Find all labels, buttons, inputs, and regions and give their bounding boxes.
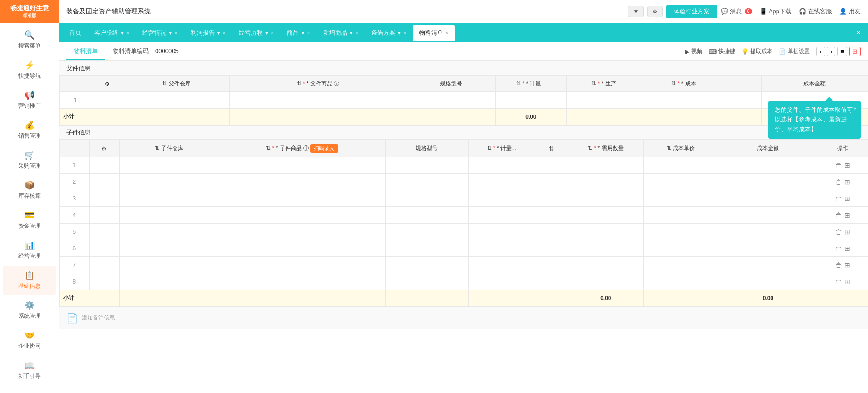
child-row-warehouse[interactable] [119, 257, 219, 273]
expand-btn[interactable]: ⊞ [849, 47, 861, 56]
child-row-product[interactable] [219, 157, 385, 174]
child-row-warehouse[interactable] [119, 190, 219, 207]
child-row-warehouse[interactable] [119, 157, 219, 174]
sidebar-item-basic[interactable]: 📋 基础信息 [3, 266, 56, 295]
copy-icon[interactable]: ⊞ [844, 228, 850, 236]
trial-btn[interactable]: 体验行业方案 [666, 5, 717, 18]
delete-icon[interactable]: 🗑 [835, 228, 842, 236]
close-all-tabs-btn[interactable]: × [853, 27, 864, 39]
copy-icon[interactable]: ⊞ [844, 261, 850, 269]
add-note-label[interactable]: 添加备注信息 [82, 314, 115, 322]
delete-icon[interactable]: 🗑 [835, 178, 842, 186]
child-col-settings-header[interactable]: ⚙ [89, 140, 119, 157]
sidebar-item-finance[interactable]: 💳 资金管理 [3, 206, 56, 235]
table-settings-icon[interactable]: ⚙ [102, 145, 107, 152]
child-row-qty[interactable] [568, 174, 643, 190]
sidebar-item-operation[interactable]: 📊 经营管理 [3, 236, 56, 265]
copy-icon[interactable]: ⊞ [844, 245, 850, 252]
messages-btn[interactable]: 💬 消息 6 [721, 7, 752, 16]
tab-operations[interactable]: 经营情况 ▼ × [136, 25, 184, 41]
tab-profit[interactable]: 利润报告 ▼ × [184, 25, 232, 41]
close-icon[interactable]: × [404, 30, 406, 36]
single-settings-btn[interactable]: 📄 单据设置 [779, 48, 810, 55]
child-row-product[interactable] [219, 257, 385, 273]
child-row-qty[interactable] [568, 190, 643, 207]
child-row-product[interactable] [219, 273, 385, 290]
delete-icon[interactable]: 🗑 [835, 195, 842, 202]
close-icon[interactable]: × [127, 30, 129, 36]
child-row-product[interactable] [219, 174, 385, 190]
app-download-btn[interactable]: 📱 App下载 [760, 7, 791, 16]
user-btn[interactable]: 👤 用友 [839, 7, 861, 16]
child-row-unit[interactable] [468, 257, 535, 273]
child-row-warehouse[interactable] [119, 174, 219, 190]
child-row-qty[interactable] [568, 257, 643, 273]
child-row-unit[interactable] [468, 157, 535, 174]
child-row-warehouse[interactable] [119, 207, 219, 224]
close-icon[interactable]: × [307, 30, 310, 36]
child-row-warehouse[interactable] [119, 273, 219, 290]
sidebar-item-sales[interactable]: 💰 销售管理 [3, 115, 56, 145]
extract-cost-btn[interactable]: 💡 提取成本 [741, 48, 772, 55]
note-icon[interactable]: 📄 [66, 313, 78, 324]
child-row-unit[interactable] [468, 224, 535, 240]
child-row-unit[interactable] [468, 273, 535, 290]
tab-new-goods[interactable]: 新增商品 ▼ × [317, 25, 365, 41]
child-row-product[interactable] [219, 190, 385, 207]
delete-icon[interactable]: 🗑 [835, 162, 842, 169]
child-row-unit[interactable] [468, 207, 535, 224]
child-row-qty[interactable] [568, 207, 643, 224]
online-service-btn[interactable]: 🎧 在线客服 [799, 7, 832, 16]
layout-btn[interactable]: ≡ [837, 47, 847, 56]
child-row-qty[interactable] [568, 273, 643, 290]
child-row-product[interactable] [219, 207, 385, 224]
sidebar-item-inventory[interactable]: 📦 库存核算 [3, 175, 56, 205]
copy-icon[interactable]: ⊞ [844, 162, 850, 169]
parent-col-settings-header[interactable]: ⚙ [91, 76, 123, 92]
child-row-unit[interactable] [468, 190, 535, 207]
sub-tab-bom-list[interactable]: 物料清单 [66, 43, 105, 60]
copy-icon[interactable]: ⊞ [844, 278, 850, 285]
child-row-warehouse[interactable] [119, 224, 219, 240]
sidebar-item-guide[interactable]: 📖 新手引导 [3, 356, 56, 385]
sidebar-item-system[interactable]: ⚙️ 系统管理 [3, 296, 56, 325]
delete-icon[interactable]: 🗑 [835, 245, 842, 252]
parent-row-unit[interactable] [495, 92, 567, 109]
prev-page-btn[interactable]: ‹ [816, 47, 825, 56]
view-btn[interactable]: ▶ 视频 [685, 48, 702, 55]
tab-goods[interactable]: 商品 ▼ × [280, 25, 316, 41]
child-row-unit[interactable] [468, 174, 535, 190]
parent-row-production[interactable] [567, 92, 646, 109]
tab-bom[interactable]: 物料清单 × [413, 25, 454, 41]
parent-row-cost[interactable] [646, 92, 726, 109]
close-icon[interactable]: × [271, 30, 274, 36]
close-icon[interactable]: × [175, 30, 177, 36]
child-row-qty[interactable] [568, 240, 643, 257]
close-icon[interactable]: × [356, 30, 358, 36]
close-icon[interactable]: × [445, 30, 448, 36]
table-settings-icon[interactable]: ⚙ [105, 81, 110, 87]
copy-icon[interactable]: ⊞ [844, 178, 850, 186]
child-row-qty[interactable] [568, 157, 643, 174]
sidebar-item-purchase[interactable]: 🛒 采购管理 [3, 145, 56, 175]
parent-row-product[interactable] [229, 92, 407, 109]
copy-icon[interactable]: ⊞ [844, 212, 850, 219]
parent-row-warehouse[interactable] [123, 92, 229, 109]
next-page-btn[interactable]: › [827, 47, 835, 56]
close-icon[interactable]: × [223, 30, 226, 36]
sidebar-item-marketing[interactable]: 📢 营销推广 [3, 85, 56, 115]
delete-icon[interactable]: 🗑 [835, 261, 842, 269]
scan-btn[interactable]: 扫码录入 [310, 144, 338, 153]
settings-btn[interactable]: ⚙ [647, 6, 663, 17]
delete-icon[interactable]: 🗑 [835, 212, 842, 219]
sub-tab-bom-code[interactable]: 物料清单编码 0000005 [105, 43, 186, 60]
child-row-unit[interactable] [468, 240, 535, 257]
tab-home[interactable]: 首页 [63, 25, 88, 41]
delete-icon[interactable]: 🗑 [835, 278, 842, 285]
sidebar-item-enterprise[interactable]: 🤝 企业协同 [3, 326, 56, 355]
child-row-warehouse[interactable] [119, 240, 219, 257]
sidebar-item-search[interactable]: 🔍 搜索菜单 [3, 25, 56, 54]
child-row-qty[interactable] [568, 224, 643, 240]
child-row-product[interactable] [219, 224, 385, 240]
tab-barcode[interactable]: 条码方案 ▼ × [365, 25, 413, 41]
